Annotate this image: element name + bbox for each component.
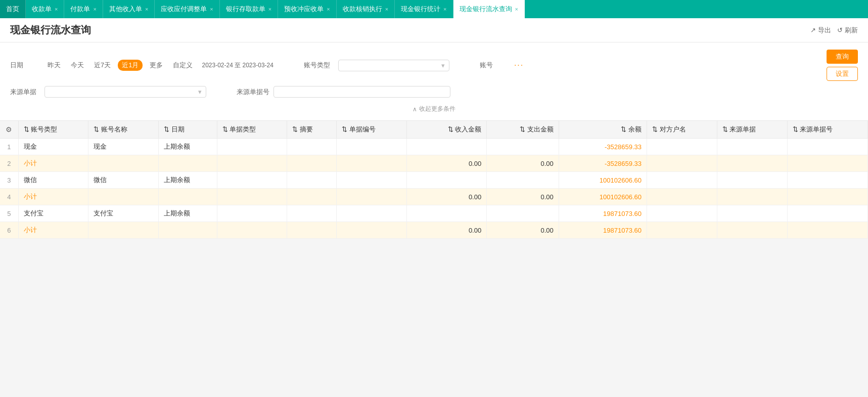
cell-expense: 0.00 (487, 222, 559, 239)
table-row[interactable]: 6 小计 0.00 0.00 19871073.60 (0, 222, 868, 239)
cell-counterpart (647, 189, 717, 205)
col-date[interactable]: ⇅ 日期 (159, 121, 217, 139)
nav-tab-adjustment[interactable]: 应收应付调整单 × (155, 0, 219, 18)
col-summary[interactable]: ⇅ 摘要 (287, 121, 337, 139)
cell-doc-type (217, 189, 287, 205)
col-doc-no[interactable]: ⇅ 单据编号 (337, 121, 407, 139)
nav-tab-collection-label: 收款核销执行 (343, 5, 382, 14)
col-source-doc-label: ⇅ 来源单据 (722, 125, 756, 133)
row-num: 5 (0, 205, 18, 222)
source-doc-select[interactable]: ▾ (44, 86, 206, 98)
collapse-icon: ∧ (413, 106, 417, 113)
cell-summary (287, 172, 337, 189)
gear-icon[interactable]: ⚙ (6, 125, 12, 134)
nav-tab-receipt-label: 收款单 (32, 5, 52, 14)
cell-source-doc-no (787, 205, 867, 222)
table-row[interactable]: 2 小计 0.00 0.00 -3528659.33 (0, 155, 868, 172)
date-opt-more[interactable]: 更多 (147, 60, 166, 71)
cell-account-name: 支付宝 (88, 205, 159, 222)
nav-tab-collection[interactable]: 收款核销执行 × (337, 0, 395, 18)
cell-source-doc (717, 172, 787, 189)
filter-row-source: 来源单据 ▾ 来源单据号 (10, 86, 858, 98)
col-source-doc-no[interactable]: ⇅ 来源单据号 (787, 121, 867, 139)
export-label: 导出 (818, 26, 831, 35)
col-counterpart[interactable]: ⇅ 对方户名 (647, 121, 717, 139)
cell-account-type: 小计 (18, 222, 88, 239)
source-doc-num-filter-item: 来源单据号 (237, 86, 450, 98)
table-header: ⚙ ⇅ 账号类型 ⇅ 账号名称 ⇅ 日期 ⇅ 单据类型 ⇅ 摘要 (0, 121, 868, 139)
nav-tab-bank-deposit[interactable]: 银行存取款单 × (220, 0, 278, 18)
cell-account-type: 微信 (18, 172, 88, 189)
nav-tab-other-income[interactable]: 其他收入单 × (103, 0, 155, 18)
table-row[interactable]: 4 小计 0.00 0.00 100102606.60 (0, 189, 868, 205)
close-icon[interactable]: × (327, 6, 330, 12)
close-icon[interactable]: × (443, 6, 446, 12)
cell-expense (487, 139, 559, 155)
export-icon: ↗ (810, 26, 816, 34)
close-icon[interactable]: × (385, 6, 388, 12)
cell-summary (287, 222, 337, 239)
nav-tab-home[interactable]: 首页 (0, 0, 26, 18)
date-opt-7days[interactable]: 近7天 (91, 60, 114, 71)
nav-tab-advance-label: 预收冲应收单 (284, 5, 324, 14)
col-source-doc[interactable]: ⇅ 来源单据 (717, 121, 787, 139)
cell-balance: 19871073.60 (559, 205, 647, 222)
cell-summary (287, 189, 337, 205)
nav-tab-receipt[interactable]: 收款单 × (26, 0, 64, 18)
source-doc-num-input[interactable] (273, 86, 450, 98)
col-source-doc-no-label: ⇅ 来源单据号 (793, 125, 833, 133)
nav-tab-home-label: 首页 (6, 5, 19, 14)
close-icon[interactable]: × (93, 6, 96, 12)
row-num: 3 (0, 172, 18, 189)
nav-tab-advance[interactable]: 预收冲应收单 × (278, 0, 336, 18)
cell-source-doc-no (787, 189, 867, 205)
cell-income (406, 172, 486, 189)
nav-tab-cash-flow[interactable]: 现金银行流水查询 × (453, 0, 525, 18)
close-icon[interactable]: × (210, 6, 213, 12)
close-icon[interactable]: × (145, 6, 148, 12)
date-opt-yesterday[interactable]: 昨天 (44, 60, 64, 71)
header-actions: ↗ 导出 ↺ 刷新 (810, 26, 858, 35)
settings-button[interactable]: 设置 (827, 67, 858, 81)
close-icon[interactable]: × (55, 6, 58, 12)
date-opt-custom[interactable]: 自定义 (170, 60, 196, 71)
table-row[interactable]: 1 现金 现金 上期余额 -3528659.33 (0, 139, 868, 155)
col-expense[interactable]: ⇅ 支出金额 (487, 121, 559, 139)
account-type-select[interactable]: ▾ (338, 60, 449, 71)
col-doc-type-label: ⇅ 单据类型 (222, 125, 256, 133)
account-dots-button[interactable]: ··· (514, 61, 524, 70)
cell-doc-type (217, 222, 287, 239)
col-account-name[interactable]: ⇅ 账号名称 (88, 121, 159, 139)
col-doc-type[interactable]: ⇅ 单据类型 (217, 121, 287, 139)
col-account-type[interactable]: ⇅ 账号类型 (18, 121, 88, 139)
col-balance[interactable]: ⇅ 余额 (559, 121, 647, 139)
cell-income: 0.00 (406, 222, 486, 239)
query-button[interactable]: 查询 (827, 50, 858, 64)
collapse-bar[interactable]: ∧ 收起更多条件 (10, 103, 858, 113)
col-counterpart-label: ⇅ 对方户名 (652, 125, 686, 133)
date-opt-today[interactable]: 今天 (68, 60, 87, 71)
table-row[interactable]: 3 微信 微信 上期余额 100102606.60 (0, 172, 868, 189)
cell-doc-no (337, 139, 407, 155)
nav-tab-payment[interactable]: 付款单 × (64, 0, 103, 18)
col-account-name-label: ⇅ 账号名称 (94, 125, 127, 133)
data-table: ⚙ ⇅ 账号类型 ⇅ 账号名称 ⇅ 日期 ⇅ 单据类型 ⇅ 摘要 (0, 121, 868, 239)
table-container: ⚙ ⇅ 账号类型 ⇅ 账号名称 ⇅ 日期 ⇅ 单据类型 ⇅ 摘要 (0, 121, 868, 239)
table-row[interactable]: 5 支付宝 支付宝 上期余额 19871073.60 (0, 205, 868, 222)
row-num: 1 (0, 139, 18, 155)
cell-source-doc-no (787, 139, 867, 155)
account-type-label: 账号类型 (304, 61, 334, 70)
cell-summary (287, 205, 337, 222)
col-income[interactable]: ⇅ 收入金额 (406, 121, 486, 139)
nav-tab-cash-stats[interactable]: 现金银行统计 × (395, 0, 453, 18)
cell-source-doc (717, 139, 787, 155)
col-account-type-label: ⇅ 账号类型 (24, 125, 58, 133)
cell-doc-no (337, 155, 407, 172)
date-opt-1month[interactable]: 近1月 (118, 60, 143, 71)
export-button[interactable]: ↗ 导出 (810, 26, 831, 35)
close-icon[interactable]: × (515, 6, 518, 12)
cell-counterpart (647, 155, 717, 172)
close-icon[interactable]: × (268, 6, 271, 12)
cell-account-type: 现金 (18, 139, 88, 155)
refresh-button[interactable]: ↺ 刷新 (837, 26, 858, 35)
